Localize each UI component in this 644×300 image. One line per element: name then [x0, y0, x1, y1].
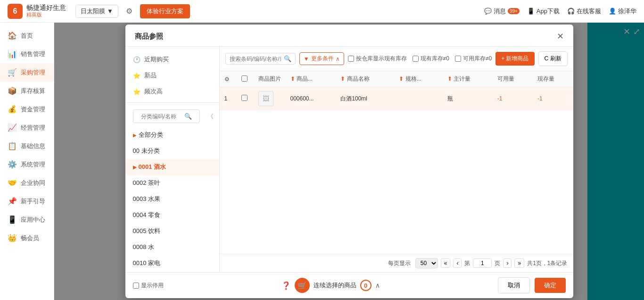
th-stock: 现存量: [533, 71, 573, 87]
new-product-menu[interactable]: ⭐ 新品: [125, 67, 219, 83]
table-row[interactable]: 1 🖼: [220, 87, 573, 110]
checkbox-available[interactable]: 可用库存≠0: [455, 55, 492, 63]
cell-code: 000600...: [286, 87, 336, 110]
pagination: 每页显示 50 « ‹ 第 页 › » 共1页，1条记录: [220, 254, 573, 272]
page-next-btn[interactable]: ›: [503, 258, 512, 268]
page-label: 第: [464, 259, 470, 267]
product-search-box: 🔍: [225, 53, 296, 65]
sidebar-item-vip[interactable]: 👑 畅会员: [0, 229, 54, 247]
modal-header: 商品参照 ✕: [125, 25, 573, 47]
page-input[interactable]: [473, 258, 492, 268]
gear-icon[interactable]: ⚙: [126, 7, 132, 16]
sidebar-item-apps[interactable]: 📱 应用中心: [0, 210, 54, 229]
nav-service[interactable]: 🎧 在线客服: [567, 7, 601, 16]
try-button[interactable]: 体验行业方案: [140, 4, 190, 18]
confirm-button[interactable]: 确定: [535, 278, 566, 293]
product-table-container: ⚙ 商品图片 ⬆: [220, 71, 573, 254]
category-00[interactable]: 00 未分类: [125, 143, 219, 159]
search-icon: 🔍: [184, 113, 192, 120]
filter-icon: ▼: [304, 56, 309, 62]
category-0010[interactable]: 0010 家电: [125, 255, 219, 267]
sidebar-item-base[interactable]: 📋 基础信息: [0, 137, 54, 155]
recent-icon: 🕐: [133, 56, 140, 63]
checkbox-stock-input[interactable]: [413, 56, 419, 62]
page-last-btn[interactable]: »: [514, 258, 524, 268]
row-checkbox[interactable]: [241, 95, 248, 101]
nav-msg[interactable]: 💬 消息 99+: [484, 7, 520, 16]
logo-icon: 6: [8, 4, 23, 19]
category-0008[interactable]: 0008 水: [125, 239, 219, 255]
continuous-label: 连续选择的商品: [314, 281, 356, 290]
sidebar-item-sales[interactable]: 📊 销售管理: [0, 45, 54, 63]
modal-overlay: 商品参照 ✕ 🕐 近期购买 ⭐ 新品: [54, 23, 644, 300]
sidebar: 🏠 首页 📊 销售管理 🛒 采购管理 📦 库存核算 💰 资金管理 📈 经营管理 …: [0, 23, 54, 300]
checkbox-warehouse[interactable]: 按仓库显示现有库存: [348, 55, 407, 63]
checkbox-available-input[interactable]: [455, 56, 461, 62]
select-all-checkbox[interactable]: [241, 75, 248, 82]
footer-right: 取消 确定: [498, 277, 566, 293]
main-content: 查询 设置 ✕ ⤢ 商品参照 ✕ 🕐: [54, 23, 644, 300]
th-available: 可用量: [493, 71, 533, 87]
cancel-button[interactable]: 取消: [498, 277, 530, 293]
sidebar-item-operation[interactable]: 📈 经营管理: [0, 118, 54, 137]
th-spec: ⬆ 规格...: [394, 71, 443, 87]
filter-button[interactable]: ▼ 更多条件 ∧: [299, 52, 344, 65]
col-check: [237, 71, 254, 87]
help-icon[interactable]: ❓: [281, 281, 291, 290]
count-badge: 0: [360, 280, 372, 291]
product-search-input[interactable]: [230, 56, 281, 62]
modal-right-panel: 🔍 ▼ 更多条件 ∧ 按仓库显示现有库存: [220, 47, 573, 272]
sidebar-item-inventory[interactable]: 📦 库存核算: [0, 82, 54, 100]
finance-icon: 💰: [8, 105, 17, 114]
collapse-icon[interactable]: 《: [206, 110, 215, 123]
category-0004[interactable]: 0004 零食: [125, 207, 219, 223]
sidebar-item-home[interactable]: 🏠 首页: [0, 26, 54, 45]
sidebar-item-purchase[interactable]: 🛒 采购管理: [0, 63, 54, 82]
home-icon: 🏠: [8, 31, 17, 40]
left-divider: [125, 102, 219, 103]
col-settings: ⚙: [220, 71, 237, 87]
frequent-menu[interactable]: ⭐ 频次高: [125, 83, 219, 100]
sidebar-item-system[interactable]: ⚙️ 系统管理: [0, 155, 54, 174]
footer-collapse-icon[interactable]: ∧: [375, 282, 380, 289]
category-list: ▶ 全部分类 00 未分类 ▶ 0001 酒水 0002 茶: [125, 127, 219, 267]
modal-close-button[interactable]: ✕: [557, 31, 564, 42]
show-disabled: 显示停用: [133, 282, 164, 290]
frequent-icon: ⭐: [133, 88, 140, 95]
operation-icon: 📈: [8, 123, 17, 132]
checkbox-warehouse-input[interactable]: [348, 56, 354, 62]
top-nav: 6 畅捷通好生意 精英版 日太阳膜 ▼ ⚙ 体验行业方案 💬 消息 99+ 📱 …: [0, 0, 644, 23]
purchase-icon: 🛒: [8, 68, 17, 77]
sort-icon-unit: ⬆: [447, 75, 452, 82]
recent-purchase-menu[interactable]: 🕐 近期购买: [125, 51, 219, 67]
sidebar-item-finance[interactable]: 💰 资金管理: [0, 100, 54, 118]
category-0005[interactable]: 0005 饮料: [125, 223, 219, 239]
add-product-button[interactable]: + 新增商品: [495, 52, 534, 66]
sidebar-item-collab[interactable]: 🤝 企业协同: [0, 174, 54, 192]
modal-footer: 显示停用 ❓ 🛒 连续选择的商品 0 ∧ 取消 确定: [125, 272, 573, 298]
category-search-box: 🔍: [133, 109, 200, 123]
modal-toolbar: 🔍 ▼ 更多条件 ∧ 按仓库显示现有库存: [220, 47, 573, 71]
cart-icon: 🛒: [295, 278, 310, 293]
base-icon: 📋: [8, 142, 17, 150]
layout: 🏠 首页 📊 销售管理 🛒 采购管理 📦 库存核算 💰 资金管理 📈 经营管理 …: [0, 23, 644, 300]
nav-selector[interactable]: 日太阳膜 ▼: [75, 5, 118, 18]
page-first-btn[interactable]: «: [441, 258, 451, 268]
category-all[interactable]: ▶ 全部分类: [125, 127, 219, 143]
th-img: 商品图片: [254, 71, 286, 87]
checkbox-stock[interactable]: 现有库存≠0: [413, 55, 449, 63]
page-total: 共1页，1条记录: [527, 259, 567, 267]
category-0002[interactable]: 0002 茶叶: [125, 175, 219, 191]
collab-icon: 🤝: [8, 178, 17, 187]
sidebar-item-guide[interactable]: 📌 新手引导: [0, 192, 54, 210]
refresh-button[interactable]: C 刷新: [538, 51, 568, 66]
nav-app[interactable]: 📱 App下载: [527, 7, 560, 16]
show-disabled-checkbox[interactable]: [133, 283, 139, 289]
nav-user[interactable]: 👤 徐泽华: [609, 7, 636, 16]
category-0003[interactable]: 0003 水果: [125, 191, 219, 207]
page-size-select[interactable]: 50: [415, 258, 438, 268]
logo-area: 6 畅捷通好生意 精英版: [8, 4, 66, 19]
category-search-input[interactable]: [141, 113, 182, 120]
page-prev-btn[interactable]: ‹: [453, 258, 462, 268]
category-0001[interactable]: ▶ 0001 酒水: [125, 159, 219, 175]
